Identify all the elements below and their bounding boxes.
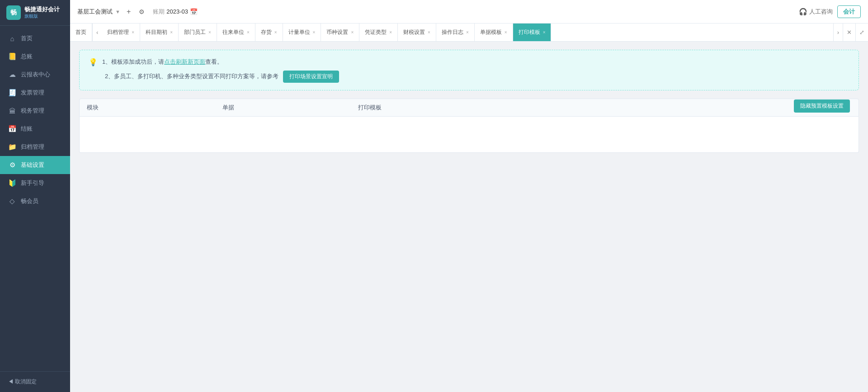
period-label: 账期 <box>153 8 165 16</box>
tab-archive[interactable]: 归档管理× <box>102 24 140 41</box>
notice-text-2: 2、多员工、多打印机、多种业务类型设置不同打印方案等，请参考 打印场景设置宣明 <box>105 71 339 83</box>
scene-setting-button[interactable]: 打印场景设置宣明 <box>283 71 339 83</box>
tab-label-unit: 计量单位 <box>288 28 310 36</box>
tab-close-subject[interactable]: × <box>170 30 173 35</box>
tab-scroll-left[interactable]: ‹ <box>92 24 102 41</box>
tab-oplog[interactable]: 操作日志× <box>436 24 475 41</box>
nav-icon-home: ⌂ <box>8 35 16 43</box>
tab-label-dept: 部门员工 <box>184 28 206 36</box>
sidebar-item-settings[interactable]: ⚙基础设置 <box>0 156 70 174</box>
sidebar-item-archive[interactable]: 📁归档管理 <box>0 138 70 156</box>
tab-label-print_template: 打印模板 <box>519 28 540 36</box>
logo-title: 畅捷通好会计 <box>24 6 60 14</box>
tab-expand[interactable]: ⤢ <box>855 24 868 41</box>
tab-print_template[interactable]: 打印模板× <box>513 24 552 41</box>
nav-icon-ledger: 📒 <box>8 52 16 61</box>
tab-close-tax_settings[interactable]: × <box>428 30 430 35</box>
tab-dept[interactable]: 部门员工× <box>179 24 217 41</box>
tab-supplier[interactable]: 往来单位× <box>217 24 255 41</box>
period-display: 账期 2023-03 📅 <box>153 8 198 16</box>
kuaiji-button[interactable]: 会计 <box>837 5 861 18</box>
notice-row-1: 💡 1、模板添加成功后，请点击刷新新页面查看。 <box>89 57 849 67</box>
sidebar-footer[interactable]: ◀ 取消固定 <box>0 371 70 392</box>
sidebar-item-guide[interactable]: 🔰新手引导 <box>0 174 70 192</box>
nav-icon-member: ◇ <box>8 197 16 205</box>
nav-label-home: 首页 <box>21 34 33 43</box>
tab-close-dept[interactable]: × <box>208 30 211 35</box>
tab-home[interactable]: 首页 <box>70 24 92 41</box>
tab-currency[interactable]: 币种设置× <box>321 24 359 41</box>
nav-label-reports: 云报表中心 <box>21 71 50 79</box>
tab-scroll-right[interactable]: › <box>833 24 843 41</box>
sidebar-item-closing[interactable]: 📅结账 <box>0 120 70 138</box>
headset-icon: 🎧 <box>799 8 807 16</box>
tab-inventory[interactable]: 存货× <box>255 24 283 41</box>
sidebar-item-home[interactable]: ⌂首页 <box>0 29 70 47</box>
tab-home-label: 首页 <box>75 28 86 36</box>
sidebar-item-reports[interactable]: ☁云报表中心 <box>0 66 70 84</box>
unpin-label: ◀ 取消固定 <box>8 378 37 386</box>
nav-icon-closing: 📅 <box>8 125 16 133</box>
nav-label-archive: 归档管理 <box>21 143 44 151</box>
calendar-icon[interactable]: 📅 <box>190 8 198 15</box>
sidebar: 畅 畅捷通好会计 旗舰版 ⌂首页📒总账☁云报表中心🧾发票管理🏛税务管理📅结账📁归… <box>0 0 70 392</box>
nav-label-guide: 新手引导 <box>21 179 44 187</box>
tab-close-all[interactable]: ✕ <box>843 24 855 41</box>
sidebar-item-tax[interactable]: 🏛税务管理 <box>0 102 70 120</box>
tab-tax_settings[interactable]: 财税设置× <box>398 24 436 41</box>
tab-unit[interactable]: 计量单位× <box>283 24 321 41</box>
main-area: 基层工会测试 ▼ + ⚙ 账期 2023-03 📅 🎧 人工咨询 会计 首页‹归… <box>70 0 868 392</box>
gear-icon[interactable]: ⚙ <box>137 8 146 15</box>
print-template-table: 模块 单据 打印模板 <box>79 99 859 153</box>
notice-line1-prefix: 1、模板添加成功后，请 <box>102 58 164 65</box>
logo-icon: 畅 <box>6 5 21 20</box>
sidebar-logo-text: 畅捷通好会计 旗舰版 <box>24 6 60 20</box>
tab-close-archive[interactable]: × <box>132 30 134 35</box>
tab-nav-right-group: › ✕ ⤢ <box>833 24 868 41</box>
chevron-left-icon: ‹ <box>96 29 98 36</box>
notice-line2-prefix: 2、多员工、多打印机、多种业务类型设置不同打印方案等，请参考 <box>105 73 278 80</box>
tab-close-single_template[interactable]: × <box>505 30 507 35</box>
tab-label-voucher_type: 凭证类型 <box>365 28 387 36</box>
tab-close-supplier[interactable]: × <box>247 30 250 35</box>
sidebar-item-invoice[interactable]: 🧾发票管理 <box>0 84 70 102</box>
nav-label-invoice: 发票管理 <box>21 89 44 97</box>
add-tab-button[interactable]: + <box>125 8 132 16</box>
tab-voucher_type[interactable]: 凭证类型× <box>359 24 398 41</box>
sidebar-item-ledger[interactable]: 📒总账 <box>0 47 70 66</box>
tab-close-voucher_type[interactable]: × <box>389 30 392 35</box>
tab-close-currency[interactable]: × <box>351 30 354 35</box>
refresh-link[interactable]: 点击刷新新页面 <box>164 58 205 65</box>
nav-icon-archive: 📁 <box>8 143 16 151</box>
tab-close-print_template[interactable]: × <box>543 30 546 35</box>
company-selector[interactable]: 基层工会测试 ▼ <box>77 8 120 16</box>
nav-icon-invoice: 🧾 <box>8 89 16 97</box>
col-module-header: 模块 <box>87 104 222 112</box>
notice-line1-suffix: 查看。 <box>205 58 223 65</box>
chevron-down-icon: ▼ <box>115 9 120 14</box>
nav-icon-reports: ☁ <box>8 71 16 79</box>
close-icon: ✕ <box>847 29 852 36</box>
expand-icon: ⤢ <box>859 29 864 36</box>
tabbar: 首页‹归档管理×科目期初×部门员工×往来单位×存货×计量单位×币种设置×凭证类型… <box>70 24 868 42</box>
hide-preview-button[interactable]: 隐藏预置模板设置 <box>794 99 850 113</box>
tab-close-oplog[interactable]: × <box>466 30 469 35</box>
sidebar-item-member[interactable]: ◇畅会员 <box>0 192 70 210</box>
sidebar-nav: ⌂首页📒总账☁云报表中心🧾发票管理🏛税务管理📅结账📁归档管理⚙基础设置🔰新手引导… <box>0 26 70 371</box>
tab-close-unit[interactable]: × <box>313 30 316 35</box>
chevron-right-icon: › <box>837 29 839 36</box>
tab-single_template[interactable]: 单据模板× <box>475 24 513 41</box>
topbar: 基层工会测试 ▼ + ⚙ 账期 2023-03 📅 🎧 人工咨询 会计 <box>70 0 868 24</box>
nav-label-tax: 税务管理 <box>21 107 44 115</box>
nav-icon-tax: 🏛 <box>8 107 16 115</box>
service-button[interactable]: 🎧 人工咨询 <box>799 8 833 16</box>
sidebar-logo: 畅 畅捷通好会计 旗舰版 <box>0 0 70 26</box>
tab-label-supplier: 往来单位 <box>222 28 244 36</box>
period-value: 2023-03 <box>166 8 188 15</box>
tab-close-inventory[interactable]: × <box>274 30 277 35</box>
table-body <box>79 117 859 153</box>
notice-box: 💡 1、模板添加成功后，请点击刷新新页面查看。 2、多员工、多打印机、多种业务类… <box>79 50 859 90</box>
tab-label-currency: 币种设置 <box>326 28 348 36</box>
notice-text-1: 1、模板添加成功后，请点击刷新新页面查看。 <box>102 57 223 67</box>
tab-subject[interactable]: 科目期初× <box>140 24 179 41</box>
